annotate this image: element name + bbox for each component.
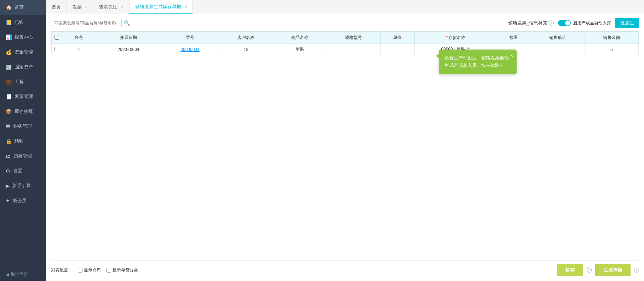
info-label-text: 销项发票_信息补充	[508, 20, 547, 26]
sidebar-label-report: 报表中心	[15, 34, 33, 40]
sidebar-item-invoice[interactable]: 🧾 发票管理	[0, 89, 46, 104]
save-button[interactable]: 暂存	[557, 264, 583, 276]
header-amount: 销售金额	[585, 32, 638, 44]
sidebar-item-archive[interactable]: 🗂 归档管理	[0, 149, 46, 164]
sidebar-item-guide[interactable]: ▶ 新手引导	[0, 178, 46, 193]
tab-main-close[interactable]: ×	[185, 5, 187, 9]
sidebar-item-fund[interactable]: 💰 资金管理	[0, 45, 46, 59]
show-warehouse-text: 显示仓库	[84, 267, 101, 273]
guide-icon: ▶	[6, 183, 10, 189]
footer-right: 暂存 ? 生成单据 ?	[557, 264, 639, 276]
archive-icon: 🗂	[6, 153, 11, 159]
header-unit: 单位	[380, 32, 414, 44]
tab-voucher-label: 查看凭证	[99, 4, 117, 10]
sidebar-item-payroll[interactable]: 💼 工资	[0, 74, 46, 89]
footer-left: 列表配置： 显示仓库 显示存货分类	[51, 267, 138, 273]
sidebar-label-tax: 税务管理	[13, 123, 32, 130]
sidebar-label-member: 畅会员	[13, 197, 27, 204]
sidebar-item-report[interactable]: 📊 报表中心	[0, 30, 46, 45]
payroll-icon: 💼	[6, 79, 12, 85]
save-help-icon[interactable]: ?	[587, 268, 592, 273]
member-icon: ✦	[6, 198, 10, 203]
settings-icon: ⚙	[6, 168, 10, 174]
report-icon: 📊	[6, 34, 12, 40]
row-price	[531, 44, 585, 55]
generate-help-icon[interactable]: ?	[634, 268, 639, 273]
tooltip-text: 适合生产型企业，销项发票自动生成产成品入库，快来体验~	[444, 55, 509, 68]
main-content: 首页 发票 × 查看凭证 × 销项发票生成库存单据 × 🔍 销项发票_信息补充 …	[46, 0, 644, 281]
sidebar-item-settings[interactable]: ⚙ 设置	[0, 164, 46, 178]
tab-bar: 首页 发票 × 查看凭证 × 销项发票生成库存单据 ×	[46, 0, 644, 14]
header-seq: 序号	[62, 32, 96, 44]
header-product: 商品名称	[273, 32, 327, 44]
tab-invoice[interactable]: 发票 ×	[67, 0, 93, 14]
search-area: 🔍	[51, 19, 130, 27]
close-accounts-icon: 🔒	[6, 138, 12, 144]
sidebar-item-tax[interactable]: 🏛 税务管理	[0, 119, 46, 134]
sidebar-label-ledger: 总账	[15, 19, 24, 25]
sidebar-item-close[interactable]: 🔒 结账	[0, 134, 46, 149]
row-amount: 5	[585, 44, 638, 55]
sidebar-label-inventory: 库存核算	[15, 108, 33, 115]
row-customer: 12	[219, 44, 273, 55]
tab-main[interactable]: 销项发票生成库存单据 ×	[130, 0, 193, 14]
search-input[interactable]	[51, 19, 122, 27]
sidebar-item-home[interactable]: 🏠 首页	[0, 0, 46, 15]
sidebar-label-archive: 归档管理	[13, 153, 32, 159]
data-table: 序号 开票日期 票号 客户名称 商品名称 规格型号 单位 *存货名称 数量 销售…	[51, 31, 639, 55]
sidebar-label-home: 首页	[15, 4, 24, 11]
batch-button[interactable]: 批量生	[615, 18, 639, 28]
footer: 列表配置： 显示仓库 显示存货分类 暂存 ? 生成单据 ?	[51, 260, 639, 277]
search-button[interactable]: 🔍	[124, 20, 130, 26]
auto-warehouse-toggle[interactable]	[558, 20, 571, 26]
show-warehouse-checkbox[interactable]	[78, 268, 82, 273]
generate-button[interactable]: 生成单据	[595, 264, 631, 276]
table-body: 1 2023-03-04 00000001 12 苹果 000001 苹果 个 …	[52, 44, 639, 55]
row-spec	[327, 44, 380, 55]
inventory-icon: 📦	[6, 109, 12, 114]
sidebar-item-member[interactable]: ✦ 畅会员	[0, 193, 46, 208]
sidebar-label-asset: 固定资产	[15, 64, 33, 70]
sidebar-label-close: 结账	[15, 138, 24, 144]
sidebar-label-fund: 资金管理	[15, 49, 33, 55]
row-checkbox-cell	[52, 44, 62, 55]
sidebar: 🏠 首页 📒 总账 📊 报表中心 💰 资金管理 🏢 固定资产 💼 工资 🧾 发票…	[0, 0, 46, 281]
tab-voucher[interactable]: 查看凭证 ×	[93, 0, 129, 14]
header-spec: 规格型号	[327, 32, 380, 44]
home-icon: 🏠	[6, 5, 12, 10]
info-label: 销项发票_信息补充 ?	[508, 20, 554, 26]
header-checkbox-cell	[52, 32, 62, 44]
tab-invoice-close[interactable]: ×	[85, 5, 87, 9]
sidebar-item-inventory[interactable]: 📦 库存核算	[0, 104, 46, 119]
list-config-label: 列表配置：	[51, 267, 72, 273]
row-product: 苹果	[273, 44, 327, 55]
header-date: 开票日期	[96, 32, 161, 44]
show-warehouse-label[interactable]: 显示仓库	[78, 267, 101, 273]
cancel-fixed-icon: ◀	[6, 272, 9, 277]
sidebar-item-ledger[interactable]: 📒 总账	[0, 15, 46, 30]
sidebar-item-asset[interactable]: 🏢 固定资产	[0, 59, 46, 74]
tab-home-label: 首页	[52, 4, 61, 10]
sidebar-label-invoice: 发票管理	[15, 93, 33, 100]
invoice-icon: 🧾	[6, 94, 12, 99]
tab-voucher-close[interactable]: ×	[121, 5, 123, 9]
header-stock: *存货名称	[414, 32, 497, 44]
tab-home[interactable]: 首页	[46, 0, 67, 14]
cancel-fixed-label: 取消固定	[11, 271, 28, 277]
info-help-icon[interactable]: ?	[549, 21, 554, 25]
row-seq: 1	[62, 44, 96, 55]
table-header: 序号 开票日期 票号 客户名称 商品名称 规格型号 单位 *存货名称 数量 销售…	[52, 32, 639, 44]
table-container: 序号 开票日期 票号 客户名称 商品名称 规格型号 单位 *存货名称 数量 销售…	[51, 31, 639, 260]
show-category-label[interactable]: 显示存货分类	[107, 267, 138, 273]
tax-icon: 🏛	[6, 124, 11, 129]
toggle-label: 启用产成品自动入库	[573, 20, 611, 26]
invoice-link[interactable]: 00000001	[180, 47, 199, 52]
show-category-text: 显示存货分类	[113, 267, 138, 273]
row-checkbox[interactable]	[54, 47, 59, 51]
fund-icon: 💰	[6, 49, 12, 55]
header-price: 销售单价	[531, 32, 585, 44]
tooltip-close-button[interactable]: ×	[510, 52, 513, 59]
cancel-fixed-btn[interactable]: ◀ 取消固定	[0, 268, 46, 281]
show-category-checkbox[interactable]	[107, 268, 111, 273]
select-all-checkbox[interactable]	[54, 35, 59, 40]
